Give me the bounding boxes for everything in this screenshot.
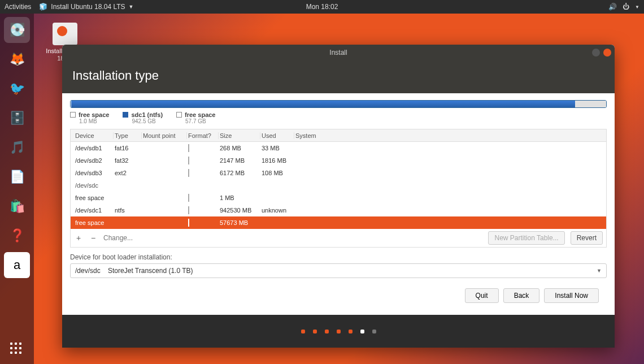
back-button[interactable]: Back [503, 288, 540, 303]
dock-firefox-icon[interactable]: 🦊 [4, 46, 30, 72]
column-header[interactable]: Mount point [142, 132, 187, 139]
legend-swatch [70, 112, 76, 118]
quit-button[interactable]: Quit [465, 288, 499, 303]
remove-partition-button[interactable]: − [89, 233, 98, 242]
page-heading: Installation type [62, 60, 615, 93]
dock-installer-icon[interactable]: 💽 [4, 17, 30, 43]
format-checkbox[interactable] [188, 219, 189, 227]
legend-swatch [123, 112, 128, 118]
app-icon: 🧊 [39, 3, 47, 11]
table-row[interactable]: /dev/sdb2fat322147 MB1816 MB [71, 154, 606, 167]
format-checkbox[interactable] [188, 169, 189, 177]
chevron-down-icon: ▼ [129, 4, 134, 10]
column-header[interactable]: Type [114, 132, 142, 139]
legend-swatch [176, 112, 182, 118]
dock-amazon-icon[interactable]: a [4, 252, 30, 278]
column-header[interactable]: System [294, 132, 603, 139]
activities-button[interactable]: Activities [5, 3, 31, 11]
gnome-top-panel: Activities 🧊 Install Ubuntu 18.04 LTS ▼ … [0, 0, 644, 14]
table-row[interactable]: /dev/sdb1fat16268 MB33 MB [71, 142, 606, 154]
column-header[interactable]: Format? [187, 132, 219, 139]
revert-button[interactable]: Revert [571, 231, 603, 245]
dock-thunderbird-icon[interactable]: 🐦 [4, 76, 30, 102]
step-dot[interactable] [337, 330, 341, 333]
format-checkbox[interactable] [188, 206, 189, 214]
legend-name: sdc1 (ntfs) [131, 111, 163, 118]
panel-clock[interactable]: Mon 18:02 [306, 3, 338, 11]
volume-icon[interactable]: 🔊 [608, 3, 617, 11]
step-dot[interactable] [325, 330, 329, 333]
install-now-button[interactable]: Install Now [544, 288, 599, 303]
dock-help-icon[interactable]: ❓ [4, 223, 30, 249]
table-row[interactable]: /dev/sdb3ext26172 MB108 MB [71, 167, 606, 179]
bootloader-label: Device for boot loader installation: [70, 253, 607, 261]
window-title: Install [329, 49, 347, 57]
table-row[interactable]: /dev/sdc1ntfs942530 MBunknown [71, 204, 606, 216]
wizard-progress-dots [62, 315, 615, 348]
step-dot[interactable] [372, 330, 376, 333]
launcher-dock: 💽 🦊 🐦 🗄️ 🎵 📄 🛍️ ❓ a [0, 14, 34, 364]
wizard-footer: Quit Back Install Now [70, 278, 607, 313]
partition-size-bar [70, 100, 607, 108]
table-row[interactable]: free space57673 MB [71, 216, 606, 229]
window-titlebar[interactable]: Install [62, 45, 615, 60]
active-app-menu[interactable]: 🧊 Install Ubuntu 18.04 LTS ▼ [39, 3, 133, 11]
bootloader-device-select[interactable]: /dev/sdc StoreJet Transcend (1.0 TB) ▼ [70, 263, 607, 278]
dock-files-icon[interactable]: 🗄️ [4, 105, 30, 131]
column-header[interactable]: Device [74, 132, 114, 139]
table-row[interactable]: free space1 MB [71, 192, 606, 204]
step-dot[interactable] [313, 330, 317, 333]
add-partition-button[interactable]: + [74, 233, 83, 242]
partition-toolbar: + − Change... New Partition Table... Rev… [70, 229, 607, 248]
step-dot[interactable] [301, 330, 305, 333]
dock-writer-icon[interactable]: 📄 [4, 164, 30, 190]
column-header[interactable]: Size [219, 132, 260, 139]
legend-name: free space [185, 111, 215, 118]
dock-rhythmbox-icon[interactable]: 🎵 [4, 135, 30, 161]
format-checkbox[interactable] [188, 194, 189, 202]
table-row[interactable]: /dev/sdc [71, 179, 606, 192]
format-checkbox[interactable] [188, 157, 189, 164]
installer-window: Install Installation type free space1.0 … [62, 45, 615, 348]
partition-legend: free space1.0 MBsdc1 (ntfs)942.5 GBfree … [70, 111, 607, 124]
minimize-button[interactable] [592, 49, 600, 57]
system-tray[interactable]: 🔊 ⏻ ▼ [608, 3, 639, 11]
power-icon[interactable]: ⏻ [623, 3, 629, 11]
legend-size: 57.7 GB [185, 118, 215, 124]
chevron-down-icon: ▼ [597, 268, 602, 274]
table-header: DeviceTypeMount pointFormat?SizeUsedSyst… [71, 129, 606, 142]
show-applications-icon[interactable] [10, 343, 24, 356]
format-checkbox[interactable] [188, 144, 189, 152]
new-partition-table-button[interactable]: New Partition Table... [488, 231, 564, 245]
dock-software-icon[interactable]: 🛍️ [4, 193, 30, 219]
legend-name: free space [79, 111, 109, 118]
close-button[interactable] [603, 49, 611, 57]
partition-table[interactable]: DeviceTypeMount pointFormat?SizeUsedSyst… [70, 129, 607, 229]
column-header[interactable]: Used [260, 132, 294, 139]
chevron-down-icon[interactable]: ▼ [635, 5, 639, 10]
step-dot-current[interactable] [360, 330, 364, 333]
installer-disk-icon [53, 23, 77, 45]
legend-size: 1.0 MB [79, 118, 109, 124]
step-dot[interactable] [349, 330, 353, 333]
change-partition-button[interactable]: Change... [103, 234, 133, 242]
legend-size: 942.5 GB [132, 118, 163, 124]
